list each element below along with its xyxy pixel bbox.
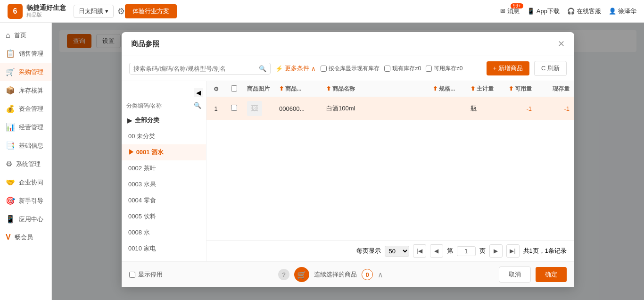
col-header-img: 商品图片	[242, 81, 274, 97]
nonzero-label: 现有库存≠0	[392, 65, 421, 73]
next-page-btn[interactable]: ▶	[489, 244, 503, 258]
category-all[interactable]: ▶ 全部分类	[122, 112, 206, 128]
messages-btn[interactable]: ✉ 消息 99+	[500, 7, 520, 16]
show-disabled-text: 显示停用	[138, 270, 163, 279]
all-category-label: 全部分类	[135, 116, 159, 125]
modal-close-btn[interactable]: ✕	[558, 39, 565, 49]
avail-nonzero-label: 可用库存≠0	[434, 65, 462, 73]
sidebar-item-apps[interactable]: 📱 应用中心	[0, 210, 51, 228]
avail-nonzero-filter[interactable]: 可用库存≠0	[426, 65, 462, 73]
nonzero-filter[interactable]: 现有库存≠0	[384, 65, 421, 73]
cat-item-unclassified[interactable]: 00 未分类	[122, 128, 206, 144]
show-stock-filter[interactable]: 按仓库显示现有库存	[321, 65, 380, 73]
inventory-icon: 📦	[6, 86, 15, 95]
cat-item-appliance[interactable]: 0010 家电	[122, 241, 206, 257]
show-stock-checkbox[interactable]	[321, 66, 327, 72]
last-page-btn[interactable]: ▶|	[506, 244, 520, 258]
sidebar-item-inventory[interactable]: 📦 库存核算	[0, 81, 51, 100]
sidebar-item-system[interactable]: ⚙ 系统管理	[0, 155, 51, 173]
nonzero-checkbox[interactable]	[384, 66, 390, 72]
cat-item-liquor[interactable]: ▶ 0001 酒水	[122, 144, 206, 160]
row-img: 🖼	[242, 97, 274, 120]
search-input[interactable]	[133, 65, 256, 72]
sidebar-item-basic-info[interactable]: 📑 基础信息	[0, 136, 51, 155]
cancel-btn[interactable]: 取消	[499, 267, 531, 283]
sidebar-label-operation: 经营管理	[19, 123, 43, 132]
col-header-spec[interactable]: ⬆ 规格...	[428, 81, 466, 97]
sidebar-label-finance: 资金管理	[19, 105, 43, 113]
category-collapse-btn[interactable]: ◀	[194, 88, 203, 97]
filter-icon: ⚡	[275, 65, 283, 72]
filter-more-btn[interactable]: ⚡ 更多条件 ∧	[275, 64, 316, 73]
search-icon[interactable]: 🔍	[259, 65, 266, 72]
system-icon: ⚙	[6, 159, 12, 168]
sidebar-item-purchase[interactable]: 🛒 采购管理	[0, 63, 51, 81]
cat-item-beverage[interactable]: 0005 饮料	[122, 208, 206, 225]
col-header-unit[interactable]: ⬆ 主计量	[466, 81, 499, 97]
operation-icon: 📊	[6, 123, 15, 132]
row-checkbox[interactable]	[231, 105, 237, 111]
sidebar-item-sales[interactable]: 📋 销售管理	[0, 44, 51, 63]
online-service-btn[interactable]: 🎧 在线客服	[567, 7, 601, 16]
store-name: 日太阳膜	[79, 7, 103, 16]
sidebar-item-finance[interactable]: 💰 资金管理	[0, 100, 51, 118]
modal-header: 商品参照 ✕	[122, 32, 574, 56]
col-header-name[interactable]: ⬆ 商品名称	[322, 81, 428, 97]
select-all-checkbox[interactable]	[231, 85, 237, 92]
filter-up-arrow: ∧	[311, 65, 316, 72]
avatar-icon: 👤	[609, 8, 616, 15]
show-disabled-checkbox[interactable]	[129, 272, 135, 278]
collapse-footer-btn[interactable]: ∧	[378, 270, 383, 279]
help-icon[interactable]: ?	[278, 269, 289, 280]
page-input[interactable]	[457, 246, 476, 256]
col-header-check	[225, 81, 242, 97]
table-row[interactable]: 1 🖼 000600... 白酒100ml	[206, 97, 574, 120]
purchase-icon: 🛒	[6, 67, 15, 76]
sidebar-item-guide[interactable]: 🎯 新手引导	[0, 192, 51, 210]
user-menu[interactable]: 👤 徐泽华	[609, 7, 636, 16]
modal-body: ◀ 🔍 ▶ 全部分类 00 未分类 ▶ 0001 酒水	[122, 81, 574, 261]
settings-icon-col[interactable]: ⚙	[214, 86, 219, 92]
sidebar-label-guide: 新手引导	[19, 197, 43, 205]
sidebar-item-operation[interactable]: 📊 经营管理	[0, 118, 51, 136]
cat-item-tea[interactable]: 0002 茶叶	[122, 160, 206, 176]
app-download-label: App下载	[537, 7, 560, 16]
nav-right: ✉ 消息 99+ 📱 App下载 🎧 在线客服 👤 徐泽华	[500, 7, 636, 16]
trial-btn[interactable]: 体验行业方案	[125, 4, 177, 18]
cat-item-fruit[interactable]: 0003 水果	[122, 176, 206, 192]
col-header-code[interactable]: ⬆ 商品...	[274, 81, 322, 97]
row-name: 白酒100ml	[322, 97, 428, 120]
sidebar-item-home[interactable]: ⌂ 首页	[0, 26, 51, 44]
store-selector[interactable]: 日太阳膜 ▾	[74, 5, 114, 18]
col-header-avail[interactable]: ⬆ 可用量	[499, 81, 537, 97]
sort-icon-avail: ⬆	[509, 85, 513, 92]
sidebar-item-enterprise[interactable]: 🤝 企业协同	[0, 173, 51, 192]
cart-count-badge: 0	[362, 269, 373, 280]
prev-page-btn[interactable]: ◀	[430, 244, 443, 258]
cat-item-snack[interactable]: 0004 零食	[122, 192, 206, 208]
sales-icon: 📋	[6, 49, 15, 58]
cart-icon[interactable]: 🛒	[294, 267, 309, 282]
confirm-btn[interactable]: 确定	[536, 267, 567, 282]
sidebar-item-member[interactable]: V 畅会员	[0, 228, 51, 246]
main-content: 查询 设置 刷新 商品参照 ✕ 🔍 ⚡ 更多条件 ∧	[52, 23, 644, 300]
modal-footer: 显示停用 ? 🛒 连续选择的商品 0 ∧ 取消 确定	[122, 261, 574, 287]
show-disabled-label[interactable]: 显示停用	[129, 270, 163, 279]
top-nav: 6 畅捷通好生意 精品版 日太阳膜 ▾ ⚙ 体验行业方案 ✉ 消息 99+ 📱 …	[0, 0, 644, 23]
cat-item-water[interactable]: 0008 水	[122, 225, 206, 241]
refresh-btn[interactable]: C 刷新	[534, 61, 567, 76]
category-search-input[interactable]	[126, 102, 192, 109]
first-page-btn[interactable]: |◀	[413, 244, 426, 258]
page-suffix: 页	[479, 247, 486, 255]
avail-nonzero-checkbox[interactable]	[426, 66, 432, 72]
settings-icon[interactable]: ⚙	[117, 6, 125, 17]
category-search-icon[interactable]: 🔍	[194, 102, 201, 109]
apps-icon: 📱	[6, 215, 15, 224]
cat-liquor-label: 0001 酒水	[136, 149, 164, 156]
total-label: 共1页，1条记录	[523, 247, 567, 255]
app-download-btn[interactable]: 📱 App下载	[527, 7, 560, 16]
footer-center: ? 🛒 连续选择的商品 0 ∧	[278, 267, 383, 282]
per-page-select[interactable]: 50 20 100	[385, 246, 409, 257]
all-category-arrow: ▶	[127, 117, 132, 124]
add-product-btn[interactable]: + 新增商品	[487, 61, 529, 75]
